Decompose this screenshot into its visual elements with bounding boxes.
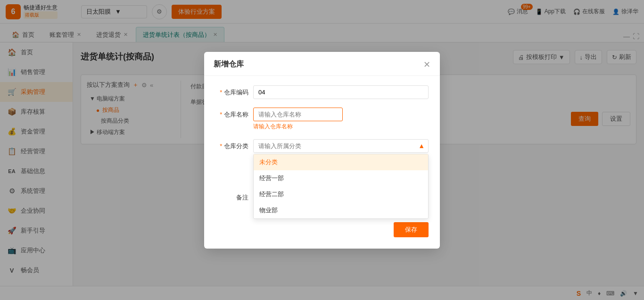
name-input[interactable] (253, 108, 343, 121)
dropdown-item-dept2[interactable]: 经营二部 (254, 186, 428, 202)
dropdown-item-dept3[interactable]: 物业部 (254, 202, 428, 218)
category-arrow-icon[interactable]: ▲ (418, 142, 425, 150)
code-input[interactable] (253, 85, 429, 99)
name-input-wrap: 请输入仓库名称 (253, 108, 429, 131)
form-row-code: 仓库编码 (215, 85, 429, 99)
name-error: 请输入仓库名称 (253, 123, 429, 131)
category-input[interactable] (253, 139, 429, 153)
save-button[interactable]: 保存 (394, 222, 429, 237)
modal-title: 新增仓库 (214, 59, 244, 69)
code-label: 仓库编码 (215, 85, 248, 97)
warehouse-modal: 新增仓库 ✕ 仓库编码 仓库名称 请输入仓库名称 仓库分类 (204, 52, 440, 249)
modal-header: 新增仓库 ✕ (204, 52, 440, 76)
modal-close-button[interactable]: ✕ (423, 59, 430, 70)
modal-footer: 保存 (204, 222, 440, 237)
form-row-category: 仓库分类 ▲ 未分类 经营一部 经营二部 物业部 (215, 139, 429, 153)
modal-overlay: 新增仓库 ✕ 仓库编码 仓库名称 请输入仓库名称 仓库分类 (0, 0, 644, 300)
category-dropdown: 未分类 经营一部 经营二部 物业部 (253, 154, 429, 219)
dropdown-item-dept1[interactable]: 经营一部 (254, 170, 428, 186)
category-label: 仓库分类 (215, 139, 248, 150)
category-input-wrap: ▲ 未分类 经营一部 经营二部 物业部 (253, 139, 429, 153)
remark-label: 备注 (215, 191, 248, 202)
dropdown-item-uncategorized[interactable]: 未分类 (254, 154, 428, 170)
modal-body: 仓库编码 仓库名称 请输入仓库名称 仓库分类 ▲ 未分类 (204, 76, 440, 222)
form-row-name: 仓库名称 请输入仓库名称 (215, 108, 429, 131)
name-label: 仓库名称 (215, 108, 248, 119)
